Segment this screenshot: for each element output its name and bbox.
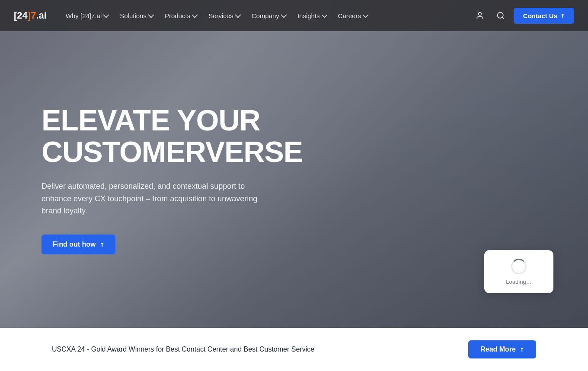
nav-label-products: Products	[165, 12, 190, 19]
logo-bracket-open: [	[14, 10, 17, 21]
find-out-how-label: Find out how	[53, 241, 96, 248]
chevron-down-icon	[321, 12, 327, 18]
contact-us-label: Contact Us	[523, 12, 557, 19]
nav-label-insights: Insights	[297, 12, 320, 19]
hero-title: ELEVATE YOUR CUSTOMERVERSE	[42, 105, 270, 168]
hero-title-line2: CUSTOMERVERSE	[42, 135, 303, 168]
loading-spinner	[511, 259, 527, 274]
chevron-down-icon	[192, 12, 198, 18]
chevron-down-icon	[103, 12, 109, 18]
hero-subtitle: Deliver automated, personalized, and con…	[42, 180, 270, 217]
nav-item-why[interactable]: Why [24]7.ai	[61, 9, 113, 23]
user-icon	[476, 11, 484, 20]
logo-24: 24	[17, 10, 27, 21]
banner-award-text: USCXA 24 - Gold Award Winners for Best C…	[52, 346, 314, 353]
nav-label-solutions: Solutions	[120, 12, 147, 19]
bottom-banner: USCXA 24 - Gold Award Winners for Best C…	[0, 328, 588, 371]
nav-item-company[interactable]: Company	[246, 9, 291, 23]
nav-item-careers[interactable]: Careers	[333, 9, 372, 23]
loading-widget: Loading…	[484, 250, 553, 293]
nav-item-insights[interactable]: Insights	[292, 9, 331, 23]
read-more-label: Read More	[480, 346, 516, 353]
chevron-down-icon	[148, 12, 154, 18]
nav-label-why: Why [24]7.ai	[66, 12, 102, 19]
chevron-down-icon	[235, 12, 241, 18]
read-more-button[interactable]: Read More ↗	[468, 340, 536, 358]
navigation: [ 24 ]7 .ai Why [24]7.ai Solutions Produ…	[0, 0, 588, 31]
contact-us-button[interactable]: Contact Us ↗	[514, 8, 574, 24]
hero-content: ELEVATE YOUR CUSTOMERVERSE Deliver autom…	[0, 105, 311, 254]
find-out-how-button[interactable]: Find out how ↗	[42, 235, 115, 254]
user-account-button[interactable]	[472, 8, 488, 23]
logo-7: ]7	[28, 10, 36, 21]
arrow-icon: ↗	[518, 346, 525, 353]
nav-items: Why [24]7.ai Solutions Products Services…	[61, 9, 472, 23]
nav-label-company: Company	[252, 12, 279, 19]
search-icon	[496, 11, 505, 20]
nav-item-solutions[interactable]: Solutions	[115, 9, 158, 23]
nav-label-services: Services	[208, 12, 233, 19]
nav-label-careers: Careers	[338, 12, 361, 19]
chevron-down-icon	[362, 12, 368, 18]
chevron-down-icon	[281, 12, 287, 18]
nav-item-products[interactable]: Products	[160, 9, 201, 23]
search-button[interactable]	[493, 8, 508, 23]
svg-line-2	[502, 17, 504, 19]
loading-text: Loading…	[506, 279, 531, 285]
logo[interactable]: [ 24 ]7 .ai	[14, 10, 47, 21]
logo-dot-ai: .ai	[36, 10, 46, 21]
arrow-icon: ↗	[558, 12, 566, 19]
svg-point-0	[478, 13, 481, 16]
hero-title-line1: ELEVATE YOUR	[42, 104, 260, 136]
nav-actions: Contact Us ↗	[472, 8, 574, 24]
arrow-icon: ↗	[98, 241, 105, 248]
hero-section: ELEVATE YOUR CUSTOMERVERSE Deliver autom…	[0, 0, 588, 328]
nav-item-services[interactable]: Services	[203, 9, 245, 23]
